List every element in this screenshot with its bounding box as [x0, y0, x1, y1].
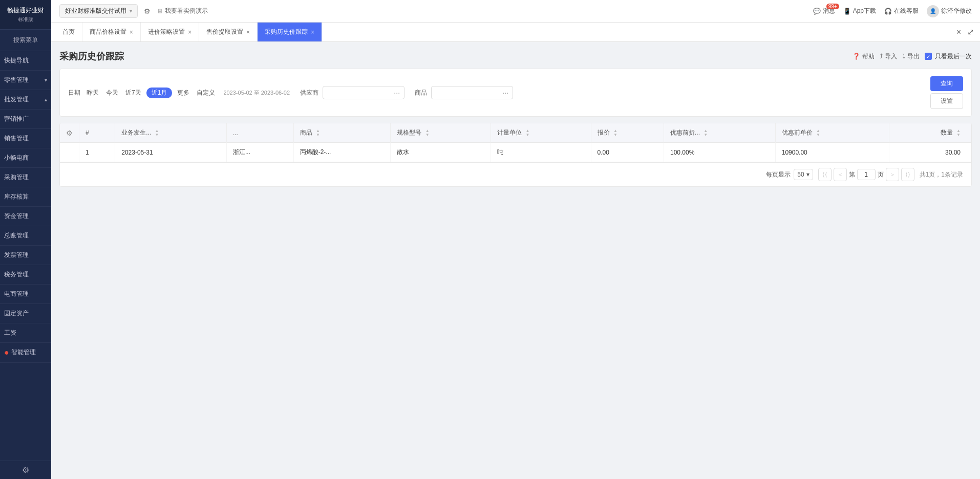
last-page-button[interactable]: ⟩⟩: [901, 168, 914, 181]
sidebar-item-general-ledger[interactable]: 总账管理: [0, 226, 51, 246]
tabs-bar: 首页 商品价格设置 × 进价策略设置 × 售价提取设置 × 采购历史价跟踪 × …: [51, 23, 980, 42]
sidebar-item-ecom[interactable]: 电商管理: [0, 285, 51, 304]
sidebar-item-label: 税务管理: [4, 270, 29, 279]
sidebar-item-wholesale[interactable]: 批发管理 ▴: [0, 90, 51, 110]
sort-icons: ▲ ▼: [956, 129, 961, 137]
first-page-button[interactable]: ⟨⟨: [818, 168, 832, 181]
close-icon[interactable]: ×: [311, 29, 314, 36]
chevron-down-icon: ▾: [806, 171, 809, 178]
sidebar-item-marketing[interactable]: 营销推广: [0, 110, 51, 129]
date-option-today[interactable]: 今天: [104, 88, 120, 98]
table-col-pre-discount-price[interactable]: 优惠前单价 ▲ ▼: [775, 123, 889, 143]
sidebar-item-quick-nav[interactable]: 快捷导航: [0, 51, 51, 71]
chevron-up-icon: ▴: [45, 97, 47, 102]
only-last-label: 只看最后一次: [935, 52, 972, 61]
user-menu[interactable]: 👤 徐泽华修改: [927, 5, 972, 17]
sidebar-item-fixed-assets[interactable]: 固定资产: [0, 304, 51, 323]
table-col-unit[interactable]: 计量单位 ▲ ▼: [491, 123, 591, 143]
filter-actions: 查询 设置: [930, 76, 963, 109]
tab-purchase-strategy[interactable]: 进价策略设置 ×: [141, 23, 199, 42]
sidebar-item-finance[interactable]: 资金管理: [0, 207, 51, 226]
sidebar-item-payroll[interactable]: 工资: [0, 323, 51, 343]
sidebar-item-label: 库存核算: [4, 192, 29, 201]
sort-down-icon: ▼: [613, 133, 617, 137]
table-col-quote[interactable]: 报价 ▲ ▼: [591, 123, 664, 143]
sidebar-item-label: 营销推广: [4, 115, 29, 123]
table-col-product[interactable]: 商品 ▲ ▼: [293, 123, 391, 143]
date-option-more[interactable]: 更多: [175, 88, 191, 98]
page-label: 第: [849, 170, 855, 179]
sidebar-item-label: 工资: [4, 329, 16, 337]
filter-settings-button[interactable]: 设置: [930, 93, 963, 109]
sidebar-logo: 畅捷通好业财 标准版: [0, 0, 51, 30]
sidebar-item-label: 发票管理: [4, 251, 29, 259]
date-option-last7[interactable]: 近7天: [123, 88, 143, 98]
sidebar-item-inventory[interactable]: 库存核算: [0, 187, 51, 207]
search-menu-button[interactable]: 搜索菜单: [4, 34, 47, 47]
date-option-custom[interactable]: 自定义: [195, 88, 217, 98]
export-button[interactable]: ⤵ 导出: [902, 52, 920, 61]
gear-icon[interactable]: ⚙: [66, 129, 73, 137]
message-icon: 💬: [813, 8, 821, 15]
date-options: 昨天 今天 近7天 近1月 更多 自定义: [84, 88, 217, 98]
sidebar-item-smart[interactable]: ● 智能管理: [0, 343, 51, 363]
sidebar-search-area[interactable]: 搜索菜单: [0, 30, 51, 51]
tab-label: 首页: [62, 28, 75, 36]
close-icon[interactable]: ×: [246, 29, 250, 36]
date-option-last1m[interactable]: 近1月: [146, 88, 173, 98]
next-page-button[interactable]: ＞: [886, 168, 899, 181]
only-last-checkbox[interactable]: ✓ 只看最后一次: [925, 52, 972, 61]
product-input[interactable]: ···: [431, 86, 513, 99]
table-col-discount[interactable]: 优惠前折... ▲ ▼: [664, 123, 775, 143]
page-input[interactable]: [857, 169, 876, 180]
query-button[interactable]: 查询: [930, 76, 963, 91]
sort-down-icon: ▼: [316, 133, 320, 137]
supplier-filter: 供应商 ···: [300, 86, 404, 99]
tab-home[interactable]: 首页: [55, 23, 82, 42]
supplier-input[interactable]: ···: [323, 86, 404, 99]
close-icon[interactable]: ×: [130, 29, 133, 36]
sidebar-item-label: 总账管理: [4, 231, 29, 240]
filter-area: 日期 昨天 今天 近7天 近1月 更多 自定义 2023-05-02 至 202…: [59, 69, 972, 117]
online-service-button[interactable]: 🎧 在线客服: [884, 7, 919, 15]
close-icon[interactable]: ×: [188, 29, 191, 36]
tab-purchase-history[interactable]: 采购历史价跟踪 ×: [258, 23, 322, 42]
app-download-button[interactable]: 📱 App下载: [843, 7, 876, 15]
sidebar: 畅捷通好业财 标准版 搜索菜单 快捷导航 零售管理 ▾ 批发管理 ▴ 营销推广 …: [0, 0, 51, 479]
per-page-select[interactable]: 50 ▾: [794, 169, 813, 180]
tab-price[interactable]: 商品价格设置 ×: [82, 23, 141, 42]
date-option-yesterday[interactable]: 昨天: [84, 88, 101, 98]
table-col-more[interactable]: ...: [226, 123, 293, 143]
sidebar-item-sales[interactable]: 销售管理: [0, 129, 51, 148]
table-col-gear[interactable]: ⚙: [60, 123, 79, 143]
sidebar-item-retail[interactable]: 零售管理 ▾: [0, 71, 51, 90]
settings-icon[interactable]: ⚙: [144, 7, 151, 15]
row-spec: 散水: [391, 143, 491, 162]
help-button[interactable]: ❓ 帮助: [853, 52, 875, 61]
sidebar-item-tax[interactable]: 税务管理: [0, 265, 51, 285]
sidebar-item-invoice[interactable]: 发票管理: [0, 246, 51, 265]
sidebar-item-purchase[interactable]: 采购管理: [0, 168, 51, 187]
settings-icon[interactable]: ⚙: [22, 466, 29, 474]
maximize-tab-button[interactable]: ⤢: [965, 25, 976, 39]
checkbox-icon: ✓: [925, 53, 932, 60]
row-no: 1: [79, 143, 115, 162]
table-col-date[interactable]: 业务发生... ▲ ▼: [115, 123, 227, 143]
sort-icons: ▲ ▼: [425, 129, 430, 137]
table-col-qty[interactable]: 数量 ▲ ▼: [889, 123, 971, 143]
headset-icon: 🎧: [884, 8, 892, 15]
prev-page-button[interactable]: ＜: [834, 168, 847, 181]
import-button[interactable]: ⤴ 导入: [880, 52, 897, 61]
row-pre-discount-price: 10900.00: [775, 143, 889, 162]
demo-button[interactable]: 🖥 我要看实例演示: [157, 7, 208, 15]
chevron-down-icon: ▾: [130, 8, 132, 14]
sidebar-item-ecom-small[interactable]: 小畅电商: [0, 148, 51, 168]
sidebar-item-label: 采购管理: [4, 173, 29, 182]
tab-sell-price[interactable]: 售价提取设置 ×: [199, 23, 258, 42]
tab-label: 售价提取设置: [206, 28, 243, 36]
message-button[interactable]: 💬 消息 99+: [813, 7, 835, 15]
table-col-spec[interactable]: 规格型号 ▲ ▼: [391, 123, 491, 143]
app-selector[interactable]: 好业财标准版交付试用 ▾: [59, 4, 138, 18]
close-tab-button[interactable]: ×: [954, 26, 963, 39]
per-page-selector: 每页显示 50 ▾: [766, 169, 813, 180]
